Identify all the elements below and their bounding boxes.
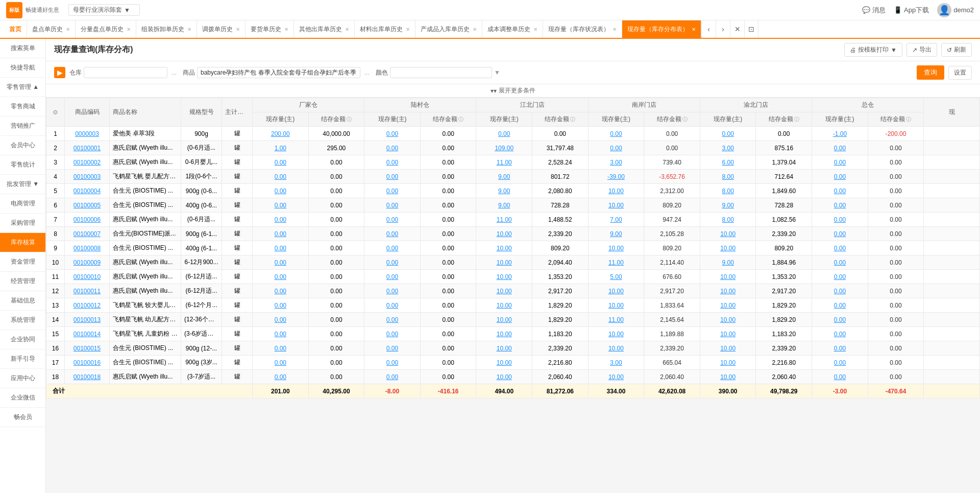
close-icon[interactable]: ✕: [345, 27, 349, 32]
table-container[interactable]: ⚙ 商品编码 商品名称 规格型号 主计量单位 厂家仓 陆村仓 江北门店 南岸门店…: [46, 98, 980, 493]
close-icon[interactable]: ✕: [66, 27, 70, 32]
cell-lucun-qty: 0.00: [364, 155, 421, 170]
sidebar-item-nav[interactable]: 快捷导航: [0, 58, 45, 78]
logo-abbr: 标版: [9, 7, 19, 14]
info-icon[interactable]: ⓘ: [570, 116, 575, 122]
sidebar-item-app[interactable]: 应用中心: [0, 369, 45, 388]
cell-jb-bal: 1,353.20: [532, 270, 589, 284]
sidebar-item-wholesale[interactable]: 批发管理 ▼: [0, 175, 45, 194]
cell-jb-bal: 0.00: [532, 127, 589, 141]
sidebar-item-wechat[interactable]: 企业微信: [0, 388, 45, 408]
cell-yb-qty: 10.00: [700, 270, 756, 284]
th-settings[interactable]: ⚙: [46, 98, 65, 127]
sidebar-item-ecommerce[interactable]: 电商管理: [0, 194, 45, 214]
info-icon[interactable]: ⓘ: [682, 116, 688, 122]
close-icon[interactable]: ✕: [127, 27, 131, 32]
sidebar-item-inventory[interactable]: 库存核算: [0, 233, 45, 252]
cell-unit: 罐: [222, 227, 253, 241]
query-btn[interactable]: 查询: [917, 65, 944, 80]
warehouse-picker-btn[interactable]: ...: [169, 69, 179, 76]
close-icon[interactable]: ✕: [533, 27, 537, 32]
tab-transfer[interactable]: 调拨单历史 ✕: [197, 20, 246, 38]
sidebar-item-purchase[interactable]: 采购管理: [0, 214, 45, 233]
sidebar-item-vip[interactable]: 畅会员: [0, 408, 45, 427]
tab-stock-dist[interactable]: 现存量（库存分布表） ✕: [622, 20, 701, 38]
goods-input[interactable]: [197, 67, 360, 78]
user-profile[interactable]: 👤 demo2: [937, 3, 974, 17]
color-dropdown-icon[interactable]: ▼: [494, 69, 500, 76]
tab-expand-btn[interactable]: ⊡: [744, 20, 758, 38]
table-row: 9 00100008 合生元 (BIOSTIME) ... 400g (6-1.…: [46, 241, 980, 255]
cell-yb-bal: 2,917.20: [756, 284, 812, 298]
sidebar-item-ops[interactable]: 经营管理: [0, 272, 45, 291]
export-btn[interactable]: ↗ 导出: [906, 43, 937, 57]
tab-bundle[interactable]: 组装拆卸单历史 ✕: [136, 20, 197, 38]
cell-factory-bal: 295.00: [308, 141, 364, 155]
expand-conditions-btn[interactable]: ▾▾ 展开更多条件: [491, 86, 535, 95]
settings-gear-icon[interactable]: ⚙: [53, 109, 58, 116]
sidebar-item-retail[interactable]: 零售管理 ▲: [0, 78, 45, 97]
refresh-btn[interactable]: ↺ 刷新: [941, 43, 972, 57]
sidebar-item-guide[interactable]: 新手引导: [0, 349, 45, 369]
cell-extra: [924, 227, 980, 241]
cell-tot-qty: 0.00: [812, 241, 868, 255]
color-input[interactable]: [390, 67, 492, 78]
sidebar-item-system[interactable]: 系统管理: [0, 311, 45, 330]
tab-prev-btn[interactable]: ‹: [701, 20, 716, 38]
close-icon[interactable]: ✕: [236, 27, 240, 32]
cell-name: 飞鹤星飞帆 儿童奶粉 4...: [110, 327, 181, 341]
tab-split-stocktake[interactable]: 分量盘点单历史 ✕: [76, 20, 136, 38]
tab-next-btn[interactable]: ›: [716, 20, 730, 38]
cell-na-qty: 10.00: [588, 284, 644, 298]
close-icon[interactable]: ✕: [692, 27, 696, 32]
tab-stocktake[interactable]: 盘点单历史 ✕: [27, 20, 76, 38]
close-icon[interactable]: ✕: [187, 27, 191, 32]
industry-dropdown[interactable]: 母婴行业演示陈套 ▼: [68, 4, 140, 16]
print-btn[interactable]: 🖨 按模板打印 ▼: [844, 43, 902, 57]
cell-tot-bal: 0.00: [868, 370, 924, 384]
cell-tot-qty: 0.00: [812, 198, 868, 213]
sidebar-item-search[interactable]: 搜索英单: [0, 39, 45, 58]
sidebar-item-member[interactable]: 会员中心: [0, 136, 45, 155]
goods-picker-btn[interactable]: ...: [362, 69, 372, 76]
cell-spec: (0-6月适...: [181, 141, 222, 155]
cell-factory-qty: 0.00: [253, 370, 309, 384]
close-icon[interactable]: ✕: [473, 27, 477, 32]
sidebar-item-collab[interactable]: 企业协同: [0, 330, 45, 349]
cell-code: 00100012: [65, 298, 110, 313]
app-download-btn[interactable]: 📱 App下载: [894, 6, 929, 15]
cell-jb-qty: 11.00: [476, 213, 532, 227]
info-icon[interactable]: ⓘ: [347, 116, 352, 122]
sidebar-item-marketing[interactable]: 营销推广: [0, 116, 45, 136]
cell-tot-bal: 0.00: [868, 341, 924, 356]
tab-close-all-btn[interactable]: ✕: [730, 20, 744, 38]
info-icon[interactable]: ⓘ: [906, 116, 911, 122]
th-factory-bal: 结存金额ⓘ: [308, 112, 364, 127]
message-btn[interactable]: 💬 消息: [862, 6, 886, 15]
sidebar-item-stat[interactable]: 零售统计: [0, 155, 45, 175]
tab-home[interactable]: 首页: [4, 20, 27, 38]
cell-factory-qty: 200.00: [253, 127, 309, 141]
cell-tot-bal: 0.00: [868, 270, 924, 284]
close-icon[interactable]: ✕: [284, 27, 288, 32]
filter-warehouse: 仓库 ...: [69, 67, 179, 78]
info-icon[interactable]: ⓘ: [458, 116, 463, 122]
close-icon[interactable]: ✕: [406, 27, 410, 32]
close-icon[interactable]: ✕: [612, 27, 617, 32]
setting-btn[interactable]: 设置: [948, 66, 972, 80]
warehouse-input[interactable]: [84, 67, 167, 78]
filter-toggle-btn[interactable]: ▶: [54, 67, 65, 78]
tab-stock-status[interactable]: 现存量（库存状况表） ✕: [543, 20, 622, 38]
sidebar-item-base[interactable]: 基础信息: [0, 291, 45, 311]
tab-material-out[interactable]: 材料出库单历史 ✕: [355, 20, 415, 38]
tab-other-out[interactable]: 其他出库单历史 ✕: [294, 20, 355, 38]
cell-unit: 罐: [222, 313, 253, 327]
cell-tot-qty: 0.00: [812, 356, 868, 370]
tab-product-in[interactable]: 产成品入库单历史 ✕: [415, 20, 482, 38]
sidebar-item-finance[interactable]: 资金管理: [0, 252, 45, 272]
tab-order[interactable]: 要货单历史 ✕: [246, 20, 294, 38]
cell-yb-qty: 10.00: [700, 327, 756, 341]
sidebar-item-mall[interactable]: 零售商城: [0, 97, 45, 116]
info-icon[interactable]: ⓘ: [794, 116, 799, 122]
tab-cost-adjust[interactable]: 成本调整单历史 ✕: [482, 20, 543, 38]
